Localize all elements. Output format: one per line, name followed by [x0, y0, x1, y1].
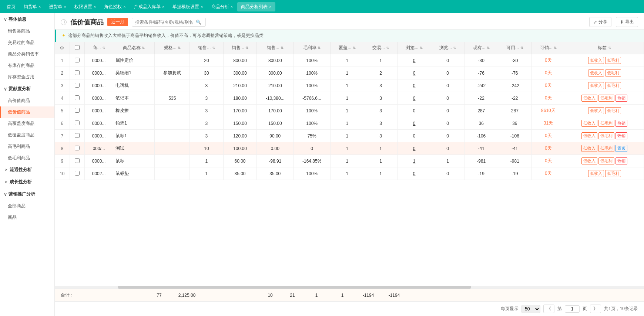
nav-purchase-close[interactable]: ×: [64, 4, 66, 9]
col-browse2[interactable]: 浏览... ⇅: [431, 42, 464, 54]
row-browse1-2[interactable]: 0: [398, 79, 431, 92]
sidebar-group-contribution[interactable]: ∨ 贡献度分析: [0, 83, 54, 95]
nav-template-close[interactable]: ×: [201, 4, 203, 9]
row-browse1-5[interactable]: 0: [398, 117, 431, 130]
nav-sales[interactable]: 销货单 ×: [20, 2, 44, 11]
col-name[interactable]: 商品名称 ⇅: [113, 42, 155, 54]
checkbox-3[interactable]: [75, 95, 80, 100]
nav-product-analysis-list-close[interactable]: ×: [269, 4, 271, 9]
row-code-0: 0000...: [85, 54, 113, 67]
nav-purchase[interactable]: 进货单 ×: [45, 2, 70, 11]
col-code[interactable]: 商... ⇅: [85, 42, 113, 54]
row-checkbox-7[interactable]: [70, 142, 84, 155]
nav-permissions[interactable]: 权限设置 ×: [71, 2, 100, 11]
export-button[interactable]: ⬇ 导出: [616, 17, 638, 27]
col-spec[interactable]: 规格... ⇅: [155, 42, 190, 54]
page-num-input[interactable]: [565, 305, 580, 313]
checkbox-7[interactable]: [75, 146, 80, 150]
sidebar-item-traded-products[interactable]: 交易过的商品: [0, 37, 54, 48]
share-button[interactable]: ⤢ 分享: [589, 17, 611, 27]
table-container[interactable]: ⚙ 商... ⇅ 商品名称 ⇅ 规格... ⇅ 销售... ⇅ 销售... ⇅ …: [55, 42, 644, 286]
col-sales-price[interactable]: 销售... ⇅: [257, 42, 294, 54]
nav-sales-close[interactable]: ×: [38, 4, 41, 9]
table-header-row: ⚙ 商... ⇅ 商品名称 ⇅ 规格... ⇅ 销售... ⇅ 销售... ⇅ …: [55, 42, 644, 54]
nav-template[interactable]: 单据模板设置 ×: [169, 2, 207, 11]
row-checkbox-5[interactable]: [70, 117, 84, 130]
sidebar-item-low-coverage[interactable]: 低覆盖度商品: [0, 129, 54, 141]
col-checkbox[interactable]: [70, 42, 84, 54]
search-box[interactable]: 🔍: [132, 18, 206, 27]
checkbox-4[interactable]: [75, 108, 80, 113]
checkbox-2[interactable]: [75, 83, 80, 88]
nav-home[interactable]: 首页: [3, 2, 19, 11]
nav-roles[interactable]: 角色授权 ×: [100, 2, 129, 11]
sidebar-item-stock-capital[interactable]: 库存资金占用: [0, 71, 54, 83]
row-checkbox-8[interactable]: [70, 155, 84, 167]
page-size-select[interactable]: 50 100 200: [521, 305, 540, 313]
checkbox-9[interactable]: [75, 171, 80, 176]
row-checkbox-3[interactable]: [70, 92, 84, 105]
nav-product-analysis-close[interactable]: ×: [231, 4, 233, 9]
col-settings[interactable]: ⚙: [55, 42, 70, 54]
row-sales-qty-9: 1: [190, 167, 224, 180]
sidebar-item-low-margin[interactable]: 低毛利商品: [0, 152, 54, 164]
sidebar-item-all-products[interactable]: 全部商品: [0, 200, 54, 212]
checkbox-6[interactable]: [75, 133, 80, 138]
checkbox-0[interactable]: [75, 58, 80, 62]
checkbox-1[interactable]: [75, 70, 80, 75]
row-name-4: 橡皮擦: [113, 105, 155, 117]
collapse-sidebar-btn[interactable]: 《: [61, 19, 67, 25]
row-browse1-1[interactable]: 0: [398, 67, 431, 79]
row-checkbox-0[interactable]: [70, 54, 84, 67]
sidebar-group-marketing[interactable]: ∨ 营销推广分析: [0, 188, 54, 200]
sidebar-item-low-value[interactable]: 低价值商品: [0, 106, 54, 118]
period-button[interactable]: 近一月: [107, 18, 128, 26]
row-checkbox-4[interactable]: [70, 105, 84, 117]
checkbox-8[interactable]: [75, 158, 80, 163]
col-sellable[interactable]: 可销... ⇅: [531, 42, 565, 54]
footer-scroll[interactable]: [55, 286, 644, 289]
sidebar-item-stock-products[interactable]: 有库存的商品: [0, 60, 54, 71]
sidebar-item-high-margin[interactable]: 高毛利商品: [0, 141, 54, 152]
col-transaction[interactable]: 交易... ⇅: [364, 42, 398, 54]
nav-permissions-close[interactable]: ×: [94, 4, 96, 9]
col-margin[interactable]: 毛利率 ⇅: [294, 42, 331, 54]
col-current[interactable]: 现有... ⇅: [464, 42, 498, 54]
row-checkbox-2[interactable]: [70, 79, 84, 92]
row-checkbox-9[interactable]: [70, 167, 84, 180]
col-tags[interactable]: 标签 ⇅: [565, 42, 644, 54]
col-sales-qty[interactable]: 销售... ⇅: [190, 42, 224, 54]
nav-production-close[interactable]: ×: [162, 4, 164, 9]
nav-product-analysis[interactable]: 商品分析 ×: [208, 2, 237, 11]
sidebar-item-high-value[interactable]: 高价值商品: [0, 95, 54, 106]
prev-page-btn[interactable]: 《: [543, 305, 554, 313]
sidebar-item-sales-products[interactable]: 销售类商品: [0, 26, 54, 37]
nav-product-analysis-list[interactable]: 商品分析列表 ×: [237, 2, 275, 11]
row-browse1-7[interactable]: 0: [398, 142, 431, 155]
row-browse1-8[interactable]: 1: [398, 155, 431, 167]
nav-roles-close[interactable]: ×: [123, 4, 125, 9]
col-browse1[interactable]: 浏览... ⇅: [398, 42, 431, 54]
search-input[interactable]: [135, 20, 194, 25]
sidebar-group-growth[interactable]: ＞ 成长性分析: [0, 176, 54, 188]
sidebar-group-liquidity[interactable]: ＞ 流通性分析: [0, 164, 54, 176]
sidebar-group-overview[interactable]: ∨ 整体信息: [0, 13, 54, 26]
nav-production[interactable]: 产成品入库单 ×: [130, 2, 168, 11]
row-checkbox-6[interactable]: [70, 130, 84, 142]
sidebar-item-new-products[interactable]: 新品: [0, 212, 54, 223]
row-checkbox-1[interactable]: [70, 67, 84, 79]
col-sales-amount[interactable]: 销售... ⇅: [223, 42, 257, 54]
col-available[interactable]: 可用... ⇅: [498, 42, 532, 54]
row-browse1-6[interactable]: 0: [398, 130, 431, 142]
search-icon[interactable]: 🔍: [196, 20, 201, 25]
col-coverage[interactable]: 覆盖... ⇅: [331, 42, 364, 54]
select-all-checkbox[interactable]: [75, 45, 80, 50]
row-browse1-3[interactable]: 0: [398, 92, 431, 105]
next-page-btn[interactable]: 》: [590, 305, 601, 313]
row-browse1-0[interactable]: 0: [398, 54, 431, 67]
row-browse1-9[interactable]: 0: [398, 167, 431, 180]
sidebar-item-high-coverage[interactable]: 高覆盖度商品: [0, 118, 54, 129]
checkbox-5[interactable]: [75, 120, 80, 125]
row-browse1-4[interactable]: 0: [398, 105, 431, 117]
sidebar-item-category-sales-rate[interactable]: 商品分类销售率: [0, 48, 54, 60]
